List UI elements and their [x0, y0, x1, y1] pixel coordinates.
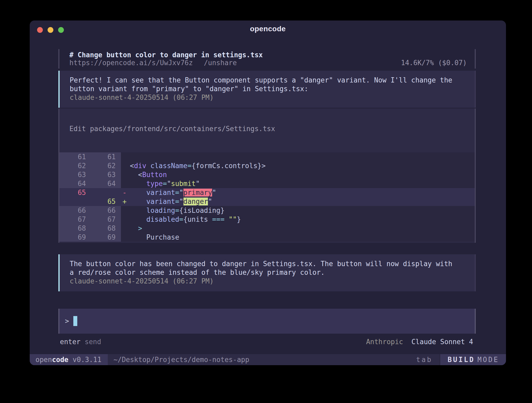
footer-hints: enter send Anthropic Claude Sonnet 4 — [58, 337, 476, 346]
model-indicator[interactable]: Anthropic Claude Sonnet 4 — [366, 337, 473, 346]
new-line-number: 65 — [88, 197, 121, 206]
code-line: Purchase — [130, 233, 179, 242]
minimize-button-icon[interactable] — [48, 27, 53, 33]
new-line-number: 64 — [88, 179, 121, 188]
zoom-button-icon[interactable] — [58, 27, 64, 33]
diff-view: 61616262<div className={formCs.controls}… — [59, 152, 475, 242]
message-text-line: Perfect! I can see that the Button compo… — [70, 76, 467, 85]
old-line-number: 64 — [59, 179, 88, 188]
working-directory: ~/Desktop/Projects/demo-notes-app — [114, 356, 249, 364]
session-header: # Change button color to danger in setti… — [58, 49, 476, 69]
diff-row: 6363 <Button — [59, 170, 475, 179]
code-line: variant="danger" — [130, 197, 212, 206]
old-line-number: 63 — [59, 170, 88, 179]
old-line-number: 65 — [59, 188, 88, 197]
old-line-number: 66 — [59, 206, 88, 215]
diff-row: 6767 disabled={units === ""} — [59, 215, 475, 224]
provider-label: Anthropic — [366, 338, 403, 346]
code-line: <Button — [130, 170, 167, 179]
diff-row: 6464 type="submit" — [59, 179, 475, 188]
old-line-number: 68 — [59, 224, 88, 233]
old-line-number: 67 — [59, 215, 88, 224]
send-action-label: send — [85, 337, 101, 346]
diff-row: 6666 loading={isLoading} — [59, 206, 475, 215]
app-version: v0.3.11 — [73, 356, 101, 364]
code-line: type="submit" — [130, 179, 200, 188]
new-line-number: 67 — [88, 215, 121, 224]
diff-marker: - — [121, 188, 130, 197]
new-line-number: 62 — [88, 161, 121, 170]
message-text-line: The button color has been changed to dan… — [70, 260, 467, 268]
assistant-message: Perfect! I can see that the Button compo… — [58, 71, 476, 108]
new-line-number: 61 — [88, 152, 121, 161]
message-model-meta: claude-sonnet-4-20250514 (06:27 PM) — [70, 93, 467, 102]
text-cursor — [73, 316, 77, 326]
mode-name: BUILD — [448, 356, 475, 364]
diff-row: 6262<div className={formCs.controls}> — [59, 161, 475, 170]
model-name-label: Claude Sonnet 4 — [411, 338, 473, 346]
share-url-link[interactable]: https://opencode.ai/s/UwJxv76z — [69, 59, 193, 67]
code-line: loading={isLoading} — [130, 206, 224, 215]
mode-suffix: MODE — [477, 356, 499, 364]
code-line: disabled={units === ""} — [130, 215, 241, 224]
window-titlebar[interactable]: opencode — [30, 20, 506, 37]
new-line-number: 68 — [88, 224, 121, 233]
diff-row: 65+ variant="danger" — [59, 197, 475, 206]
message-text-line: a red/rose color scheme instead of the b… — [70, 268, 467, 277]
diff-row: 6969 Purchase — [59, 233, 475, 242]
app-version-segment: opencodev0.3.11 — [30, 354, 108, 365]
app-name-prefix: open — [35, 356, 52, 364]
new-line-number: 66 — [88, 206, 121, 215]
diff-row: 6161 — [59, 152, 475, 161]
session-title: # Change button color to danger in setti… — [69, 51, 467, 59]
session-subline: https://opencode.ai/s/UwJxv76z /unshare … — [69, 59, 467, 67]
context-usage-stats: 14.6K/7% ($0.07) — [401, 59, 467, 67]
close-button-icon[interactable] — [37, 27, 43, 33]
diff-row: 65- variant="primary" — [59, 188, 475, 197]
new-line-number: 63 — [88, 170, 121, 179]
diff-marker: + — [121, 197, 130, 206]
new-line-number: 69 — [88, 233, 121, 242]
enter-key-hint: enter — [60, 337, 80, 346]
opencode-window: opencode # Change button color to danger… — [30, 20, 506, 365]
old-line-number — [59, 197, 88, 206]
old-line-number: 61 — [59, 152, 88, 161]
code-line: <div className={formCs.controls}> — [130, 161, 266, 170]
code-line: > — [130, 224, 142, 233]
message-model-meta: claude-sonnet-4-20250514 (06:27 PM) — [70, 277, 467, 286]
mode-segment[interactable]: BUILDMODE — [439, 354, 506, 365]
old-line-number: 62 — [59, 161, 88, 170]
prompt-line: > — [65, 316, 475, 326]
old-line-number: 69 — [59, 233, 88, 242]
new-line-number — [88, 188, 121, 197]
edit-tool-block: Edit packages/frontend/src/containers/Se… — [58, 109, 476, 243]
traffic-lights — [37, 27, 64, 33]
edit-tool-title: Edit packages/frontend/src/containers/Se… — [69, 125, 475, 133]
diff-row: 6868 > — [59, 224, 475, 233]
assistant-message: The button color has been changed to dan… — [58, 254, 476, 291]
code-line: variant="primary" — [130, 188, 216, 197]
prompt-symbol: > — [65, 317, 69, 325]
unshare-command[interactable]: /unshare — [204, 59, 237, 67]
status-bar: opencodev0.3.11 ~/Desktop/Projects/demo-… — [30, 354, 506, 365]
screen: opencode # Change button color to danger… — [0, 0, 532, 403]
message-text-line: button variant from "primary" to "danger… — [70, 85, 467, 93]
prompt-input[interactable]: > — [58, 309, 476, 334]
tab-key-hint[interactable]: tab — [416, 356, 439, 364]
window-title: opencode — [250, 25, 286, 33]
app-name-suffix: code — [52, 356, 69, 364]
